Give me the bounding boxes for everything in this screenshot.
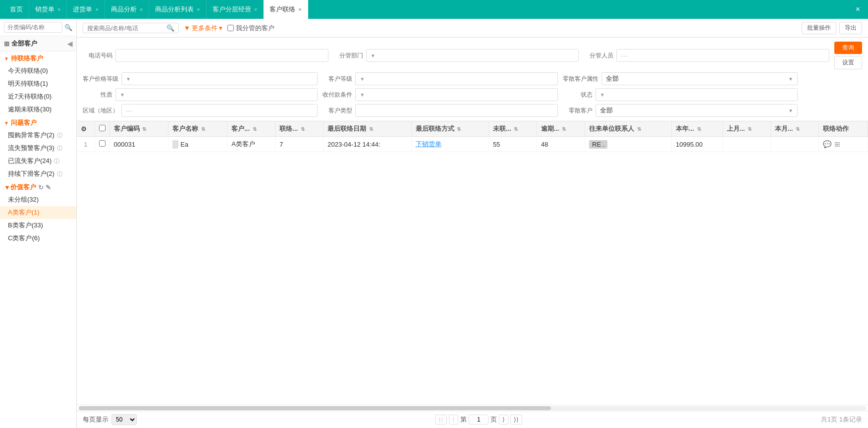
my-customers-filter: 我分管的客户	[227, 24, 274, 33]
tab-customer-management[interactable]: 客户分层经营 ×	[207, 0, 264, 19]
settings-button[interactable]: 设置	[834, 56, 862, 69]
tab-customer-contact[interactable]: 客户联络 ×	[264, 0, 308, 19]
col-uncontacted[interactable]: 未联... ⇅	[488, 121, 537, 137]
scattered-value: 全部	[600, 106, 613, 115]
sidebar-item-class-b[interactable]: B类客户(33)	[0, 219, 76, 232]
close-product-analysis[interactable]: ×	[140, 6, 143, 12]
sidebar-item-declining[interactable]: 持续下滑客户(2) ⓘ	[0, 167, 76, 180]
filter-bar: 🔍 ▼ 更多条件 ▾ 我分管的客户 批量操作 导出	[77, 19, 868, 38]
close-purchase-order[interactable]: ×	[95, 6, 98, 12]
filter-phone: 电话号码	[83, 49, 328, 62]
uncontacted-sort-icon: ⇅	[514, 126, 518, 132]
customer-type-input[interactable]	[355, 104, 557, 117]
top-navigation: 首页 销货单 × 进货单 × 商品分析 × 商品分析列表 × 客户分层经营 × …	[0, 0, 868, 19]
last-date-sort-icon: ⇅	[369, 126, 373, 132]
my-customers-checkbox[interactable]	[227, 25, 234, 31]
scattered-attr-select[interactable]: 全部 ▼	[601, 72, 798, 85]
col-last-method[interactable]: 最后联络方式 ⇅	[411, 121, 488, 137]
scattered-select[interactable]: 全部 ▼	[596, 104, 798, 117]
customer-table: ⚙ 客户编码 ⇅ 客户名称 ⇅	[77, 121, 868, 152]
pagination-bar: 每页显示 50 100 200 ⟨⟨ ⟨ 第 页 ⟩ ⟩⟩ 共1页 1条记录	[77, 411, 868, 428]
sidebar-item-unclassified[interactable]: 未分组(32)	[0, 193, 76, 206]
col-this-month[interactable]: 本月... ⇅	[770, 121, 818, 137]
all-customers-header: ⊞ 全部客户 ◀	[0, 36, 76, 52]
price-level-select[interactable]: ▼	[121, 72, 318, 85]
sidebar-item-7days[interactable]: 近7天待联络(0)	[0, 90, 76, 103]
col-last-month[interactable]: 上月... ⇅	[722, 121, 770, 137]
filter-status: 状态 ▼	[563, 88, 798, 101]
customer-level-select[interactable]: ▼	[355, 72, 557, 85]
sidebar-item-churned[interactable]: 已流失客户(24) ⓘ	[0, 155, 76, 167]
sidebar-search-input[interactable]	[4, 22, 62, 33]
tab-home[interactable]: 首页	[4, 0, 29, 19]
scrollbar-thumb[interactable]	[79, 406, 551, 410]
main-search-icon[interactable]: 🔍	[166, 24, 174, 32]
main-search-input[interactable]	[87, 25, 166, 32]
close-all-tabs[interactable]: ×	[852, 3, 864, 16]
select-all-checkbox[interactable]	[99, 125, 106, 131]
col-level[interactable]: 客户... ⇅	[227, 121, 275, 137]
refresh-icon[interactable]: ↻	[38, 184, 44, 191]
region-input[interactable]: ···	[121, 104, 318, 117]
sidebar-item-overdue[interactable]: 逾期未联络(30)	[0, 103, 76, 116]
col-contact-count[interactable]: 联络... ⇅	[275, 121, 324, 137]
col-person[interactable]: 往来单位联系人 ⇅	[585, 121, 672, 137]
close-customer-contact[interactable]: ×	[298, 6, 301, 12]
sidebar-item-churn-warning[interactable]: 流失预警客户(3) ⓘ	[0, 142, 76, 155]
first-page-btn[interactable]: ⟨⟨	[435, 415, 447, 425]
filter-scattered: 零散客户 全部 ▼	[563, 104, 798, 117]
settings-icon[interactable]: ⚙	[81, 125, 87, 133]
page-size-select[interactable]: 50 100 200	[111, 414, 137, 425]
sidebar-item-class-c[interactable]: C类客户(6)	[0, 232, 76, 245]
tab-product-analysis-list[interactable]: 商品分析列表 ×	[149, 0, 206, 19]
status-chevron: ▼	[600, 92, 605, 98]
page-end-label: 页	[490, 415, 497, 424]
tab-product-analysis[interactable]: 商品分析 ×	[105, 0, 149, 19]
col-name[interactable]: 客户名称 ⇅	[168, 121, 227, 137]
col-overdue[interactable]: 逾期... ⇅	[537, 121, 585, 137]
col-this-year[interactable]: 本年... ⇅	[672, 121, 722, 137]
close-customer-management[interactable]: ×	[254, 6, 257, 12]
edit-icon[interactable]: ✎	[46, 184, 51, 191]
prev-page-btn[interactable]: ⟨	[449, 415, 458, 425]
status-select[interactable]: ▼	[596, 88, 798, 101]
dept-label: 分管部门	[333, 52, 363, 60]
export-button[interactable]: 导出	[839, 22, 862, 34]
last-page-btn[interactable]: ⟩⟩	[510, 415, 522, 425]
last-method-link-1[interactable]: 下销货单	[416, 140, 441, 148]
col-code[interactable]: 客户编码 ⇅	[109, 121, 168, 137]
batch-ops-button[interactable]: 批量操作	[802, 22, 836, 34]
nature-label: 性质	[83, 91, 112, 99]
sidebar-item-class-a[interactable]: A类客户(1)	[0, 206, 76, 219]
close-product-analysis-list[interactable]: ×	[197, 6, 200, 12]
nature-select[interactable]: ▼	[115, 88, 318, 101]
phone-input[interactable]	[115, 49, 328, 62]
query-button[interactable]: 查询	[834, 42, 862, 54]
message-icon-1[interactable]: 💬	[823, 140, 831, 148]
sidebar-item-hoarding[interactable]: 囤购异常客户(2) ⓘ	[0, 129, 76, 142]
row-select-1[interactable]	[99, 140, 106, 147]
next-page-btn[interactable]: ⟩	[499, 415, 508, 425]
sidebar-item-tomorrow[interactable]: 明天待联络(1)	[0, 77, 76, 90]
sidebar-item-today[interactable]: 今天待联络(0)	[0, 64, 76, 77]
dept-select[interactable]: ▼	[366, 49, 579, 62]
cell-last-date-1: 2023-04-12 14:44:	[324, 137, 411, 152]
cell-last-month-1	[722, 137, 770, 152]
last-method-sort-icon: ⇅	[457, 126, 461, 132]
page-number-input[interactable]	[469, 415, 488, 425]
payment-select[interactable]: ▼	[355, 88, 557, 101]
cell-level-1: A类客户	[227, 137, 275, 152]
tab-sales-order[interactable]: 销货单 ×	[29, 0, 67, 19]
more-filters-btn[interactable]: ▼ 更多条件 ▾	[184, 24, 222, 33]
person-input[interactable]: ···	[616, 49, 829, 62]
close-sales-order[interactable]: ×	[57, 6, 60, 12]
tab-purchase-order[interactable]: 进货单 ×	[67, 0, 105, 19]
customer-table-container: ⚙ 客户编码 ⇅ 客户名称 ⇅	[77, 121, 868, 405]
sidebar-search-icon[interactable]: 🔍	[64, 24, 72, 31]
grid-action-icon-1[interactable]: ⊞	[834, 140, 840, 148]
payment-chevron: ▼	[360, 92, 365, 98]
filter-row-1: 电话号码 分管部门 ▼ 分管人员 ··· 查询 设置	[83, 42, 862, 69]
cell-code-1: 000031	[109, 137, 168, 152]
col-last-date[interactable]: 最后联络日期 ⇅	[324, 121, 411, 137]
collapse-sidebar-btn[interactable]: ◀	[67, 40, 72, 48]
